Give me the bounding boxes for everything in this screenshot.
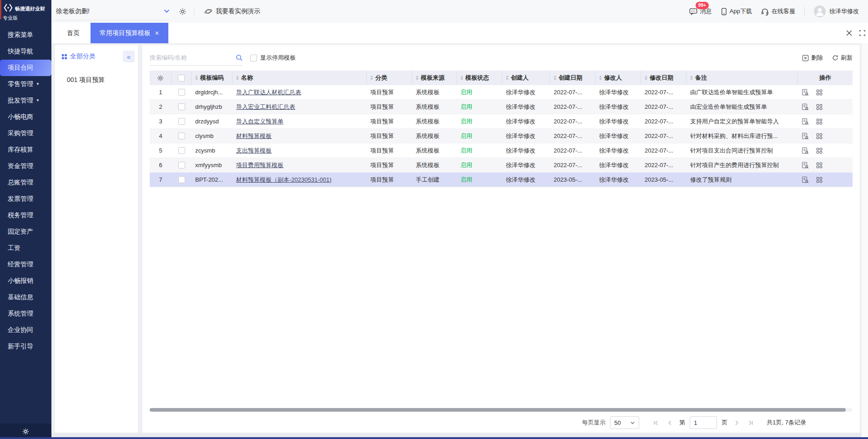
sort-icon[interactable] — [236, 76, 239, 80]
sort-icon[interactable] — [599, 76, 602, 80]
show-disabled-checkbox[interactable] — [250, 55, 257, 61]
column-header-created[interactable]: 创建日期 — [550, 71, 595, 85]
preview-icon[interactable] — [802, 89, 809, 96]
sidebar-item[interactable]: 税务管理 — [0, 207, 51, 224]
grid-actions-icon[interactable] — [816, 177, 823, 183]
last-page-icon[interactable] — [748, 420, 754, 426]
sort-icon[interactable] — [460, 76, 463, 80]
select-all-checkbox[interactable] — [178, 75, 185, 82]
sidebar-item[interactable]: 发票管理 — [0, 191, 51, 207]
table-row[interactable]: 6 xmfyysmb 项目费用预算模板 项目预算 系统模板 启用 徐泽华修改 2… — [150, 158, 853, 173]
tab-home[interactable]: 首页 — [56, 23, 91, 43]
page-size-select[interactable]: 50 — [610, 416, 639, 429]
first-page-icon[interactable] — [653, 420, 659, 426]
template-name-link[interactable]: 导入广联达人材机汇总表 — [236, 89, 301, 96]
table-row[interactable]: 2 drhygljhzb 导入宏业工料机汇总表 项目预算 系统模板 启用 徐泽华… — [150, 100, 853, 114]
app-download-button[interactable]: App下载 — [721, 7, 752, 15]
show-disabled-toggle[interactable]: 显示停用模板 — [250, 54, 296, 62]
grid-actions-icon[interactable] — [816, 118, 823, 125]
sort-icon[interactable] — [506, 76, 509, 80]
column-header-source[interactable]: 模板来源 — [412, 71, 457, 85]
preview-icon[interactable] — [802, 162, 809, 169]
column-header-modifier[interactable]: 修改人 — [595, 71, 641, 85]
sidebar-item[interactable]: 企业协同 — [0, 322, 51, 338]
sidebar-item[interactable]: 搜索菜单 — [0, 27, 51, 43]
column-header-name[interactable]: 名称 — [232, 71, 367, 85]
messages-button[interactable]: 消息 99+ — [689, 7, 712, 15]
sidebar-item[interactable]: 小畅报销 — [0, 273, 51, 289]
table-row[interactable]: 4 clysmb 材料预算模板 项目预算 系统模板 启用 徐泽华修改 2022-… — [150, 129, 853, 143]
sort-icon[interactable] — [690, 76, 693, 80]
template-name-link[interactable]: 支出预算模板 — [236, 147, 272, 154]
template-name-link[interactable]: 导入自定义预算单 — [236, 118, 283, 125]
template-name-link[interactable]: 材料预算模板 — [236, 133, 272, 139]
tab-budget-templates[interactable]: 常用项目预算模板 ✕ — [91, 23, 168, 43]
scrollbar-thumb[interactable] — [150, 408, 846, 412]
grid-actions-icon[interactable] — [816, 104, 823, 110]
horizontal-scrollbar[interactable] — [150, 408, 853, 412]
sidebar-item[interactable]: 经营管理 — [0, 256, 51, 273]
sidebar-item[interactable]: 总账管理 — [0, 174, 51, 191]
category-item[interactable]: 001 项目预算 — [55, 72, 138, 88]
sort-icon[interactable] — [370, 76, 373, 80]
table-row[interactable]: 5 zcysmb 支出预算模板 项目预算 系统模板 启用 徐泽华修改 2022-… — [150, 143, 853, 158]
column-header-modified[interactable]: 修改日期 — [641, 71, 686, 85]
sidebar-item[interactable]: 固定资产 — [0, 224, 51, 240]
row-checkbox[interactable] — [178, 89, 185, 96]
grid-actions-icon[interactable] — [816, 89, 823, 96]
account-selector[interactable]: 徐老板勿删! — [56, 2, 170, 20]
close-icon[interactable] — [846, 30, 852, 36]
table-row[interactable]: 3 drzdyysd 导入自定义预算单 项目预算 系统模板 启用 徐泽华修改 2… — [150, 114, 853, 129]
search-input[interactable] — [150, 54, 232, 61]
page-scrollbar-track[interactable] — [861, 43, 868, 437]
grid-actions-icon[interactable] — [816, 133, 823, 139]
preview-icon[interactable] — [802, 118, 809, 125]
row-checkbox[interactable] — [178, 162, 185, 168]
template-name-link[interactable]: 导入宏业工料机汇总表 — [236, 103, 295, 110]
preview-icon[interactable] — [802, 147, 809, 154]
sidebar-item[interactable]: 小畅电商 — [0, 109, 51, 125]
row-checkbox[interactable] — [178, 103, 185, 110]
prev-page-icon[interactable] — [667, 420, 673, 426]
user-menu[interactable]: 徐泽华修改 — [814, 5, 859, 17]
topbar-gear-icon[interactable] — [179, 8, 187, 15]
online-service-button[interactable]: 在线客服 — [761, 7, 795, 15]
preview-icon[interactable] — [802, 176, 809, 184]
column-settings-gear-icon[interactable] — [150, 71, 172, 85]
all-categories-button[interactable]: 全部分类 — [61, 52, 123, 61]
column-header-creator[interactable]: 创建人 — [502, 71, 550, 85]
table-row[interactable]: 7 BPT-202... 材料预算模板（副本-20230531-001) 项目预… — [150, 173, 853, 187]
grid-actions-icon[interactable] — [816, 148, 823, 154]
grid-actions-icon[interactable] — [816, 162, 823, 168]
demo-link[interactable]: 我要看实例演示 — [204, 7, 260, 15]
sidebar-item[interactable]: 零售管理 ▼ — [0, 76, 51, 92]
sidebar-item[interactable]: 采购管理 — [0, 125, 51, 142]
row-checkbox[interactable] — [178, 118, 185, 125]
sidebar-item[interactable]: 系统管理 — [0, 306, 51, 322]
sidebar-item[interactable]: 资金管理 — [0, 158, 51, 174]
collapse-panel-icon[interactable]: « — [123, 51, 135, 62]
refresh-button[interactable]: 刷新 — [832, 54, 853, 62]
fullscreen-icon[interactable] — [859, 30, 865, 36]
template-name-link[interactable]: 项目费用预算模板 — [236, 162, 283, 168]
preview-icon[interactable] — [802, 103, 809, 111]
search-icon[interactable] — [235, 54, 243, 61]
row-checkbox[interactable] — [178, 133, 185, 139]
table-row[interactable]: 1 drgldrcjh... 导入广联达人材机汇总表 项目预算 系统模板 启用 … — [150, 85, 853, 100]
next-page-icon[interactable] — [734, 420, 740, 426]
sidebar-item[interactable]: 基础信息 — [0, 289, 51, 306]
sidebar-item[interactable]: 项目合同 — [0, 60, 51, 76]
sidebar-item[interactable]: 快捷导航 — [0, 43, 51, 60]
column-header-status[interactable]: 模板状态 — [457, 71, 502, 85]
sidebar-item[interactable]: 新手引导 — [0, 338, 51, 355]
page-number-input[interactable] — [690, 416, 717, 429]
sort-icon[interactable] — [195, 76, 198, 80]
column-header-code[interactable]: 模板编码 — [192, 71, 232, 85]
sidebar-item[interactable]: 库存核算 — [0, 142, 51, 158]
sort-icon[interactable] — [554, 76, 556, 80]
tab-close-icon[interactable]: ✕ — [155, 31, 159, 36]
preview-icon[interactable] — [802, 133, 809, 140]
column-header-category[interactable]: 分类 — [367, 71, 412, 85]
sidebar-item[interactable]: 工资 — [0, 240, 51, 256]
delete-button[interactable]: 删除 — [802, 54, 823, 62]
